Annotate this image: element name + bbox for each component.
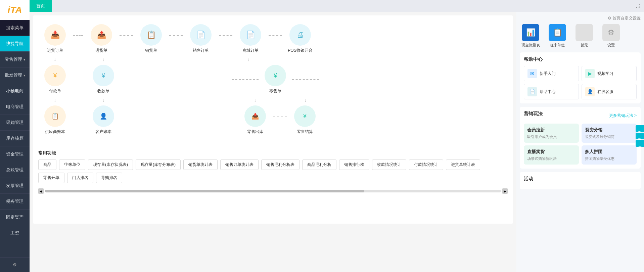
func-btn-零售开单[interactable]: 零售开单 xyxy=(38,173,64,183)
node-sales-order-icon: 📄 xyxy=(190,24,212,46)
tab-home[interactable]: 首页 xyxy=(30,0,52,12)
quick-icon-cash-flow[interactable]: 📊现金流量表 xyxy=(520,24,541,48)
scroll-left-btn[interactable]: ◀ xyxy=(38,188,44,194)
float-btn-2[interactable]: 桌面快捷 xyxy=(636,140,644,147)
help-item-beginner[interactable]: ✉新手入门 xyxy=(524,66,579,81)
func-btn-销售排行榜[interactable]: 销售排行榜 xyxy=(339,160,369,170)
marketing-card-fission[interactable]: 裂变分销裂变式发展分销商 xyxy=(582,124,637,143)
marketing-card-desc-fission: 裂变式发展分销商 xyxy=(585,134,633,139)
marketing-more-link[interactable]: 更多营销玩法 > xyxy=(609,113,637,119)
sidebar-item-inventory[interactable]: 库存核算 xyxy=(0,131,30,146)
node-pos[interactable]: 🖨 POS收银开台 xyxy=(283,24,317,53)
scroll-right-btn[interactable]: ▶ xyxy=(502,188,508,194)
quick-icon-label-none: 暂无 xyxy=(581,43,588,48)
sidebar-item-fixed-assets[interactable]: 固定资产 xyxy=(0,210,30,225)
func-btn-商品毛利分析[interactable]: 商品毛利分析 xyxy=(302,160,336,170)
marketing-section: 营销玩法 更多营销玩法 > 会员拉新吸引用户成为会员裂变分销裂变式发展分销商直播… xyxy=(520,107,641,169)
node-retail-outbound-label: 零售出库 xyxy=(247,129,263,135)
node-sales-order[interactable]: 📄 销售订单 xyxy=(184,24,218,53)
node-purchase-order[interactable]: 📥 进货订单 xyxy=(38,24,72,53)
func-btn-现存量(库存状况表)[interactable]: 现存量(库存状况表) xyxy=(88,160,133,170)
marketing-card-group[interactable]: 多人拼团拼团购物享受优惠 xyxy=(582,145,637,165)
node-retail-outbound[interactable]: 📤 零售出库 xyxy=(238,105,272,135)
sidebar-item-purchase-mgmt[interactable]: 采购管理 xyxy=(0,115,30,131)
quick-icon-contacts[interactable]: 📋往来单位 xyxy=(547,24,568,48)
down-arrow-receipt: ↓ xyxy=(87,97,120,103)
quick-icon-settings[interactable]: ⚙设置 xyxy=(600,24,622,48)
func-btn-销售毛利分析表[interactable]: 销售毛利分析表 xyxy=(261,160,300,170)
func-btn-往来单位[interactable]: 往来单位 xyxy=(59,160,85,170)
func-btn-进货单统计表[interactable]: 进货单统计表 xyxy=(446,160,480,170)
quick-icon-none[interactable]: 暂无 xyxy=(573,24,595,48)
node-retail-label: 零售单 xyxy=(269,88,281,94)
down-arrow-payment: ↓ xyxy=(38,97,72,103)
node-retail-settle[interactable]: ¥ 零售结算 xyxy=(288,105,322,135)
quick-icon-box-settings: ⚙ xyxy=(602,24,620,41)
down-arrow-mall-order: ↓ xyxy=(232,57,265,62)
sidebar-item-label-inventory: 库存核算 xyxy=(6,135,24,141)
sidebar-item-xiaochangec[interactable]: 小畅电商 xyxy=(0,83,30,99)
flow-col-sales-order: 📄 销售订单 xyxy=(184,24,218,53)
sidebar-item-invoice-mgmt[interactable]: 发票管理 xyxy=(0,178,30,194)
marketing-card-member[interactable]: 会员拉新吸引用户成为会员 xyxy=(524,124,579,143)
float-btn-0[interactable]: 客服热线 xyxy=(636,125,644,132)
scroll-thumb xyxy=(45,190,364,192)
quick-icon-box-none xyxy=(576,24,593,41)
float-buttons: 客服热线服务社区桌面快捷 xyxy=(636,125,644,147)
down-arrow-purchase-slip: ↓ xyxy=(87,57,120,62)
func-btn-现存量(库存分布表)[interactable]: 现存量(库存分布表) xyxy=(136,160,181,170)
help-center-title: 帮助中心 xyxy=(524,56,637,62)
sidebar-item-general-ledger[interactable]: 总账管理 xyxy=(0,162,30,178)
func-btn-门店排名[interactable]: 门店排名 xyxy=(67,173,93,183)
func-btn-导购排名[interactable]: 导购排名 xyxy=(96,173,122,183)
hp-customize-btn[interactable]: ⚙ 首页自定义设置 xyxy=(520,15,641,21)
sidebar-item-tax-mgmt[interactable]: 税务管理 xyxy=(0,194,30,210)
sidebar-item-salary[interactable]: 工资 xyxy=(0,225,30,241)
marketing-card-title-member: 会员拉新 xyxy=(527,127,576,133)
scroll-track[interactable] xyxy=(45,190,501,192)
node-receipt[interactable]: ¥ 收款单 xyxy=(87,65,120,94)
sidebar-item-retail-mgmt[interactable]: 零售管理▾ xyxy=(0,52,30,67)
arrow-1 xyxy=(73,35,83,36)
float-btn-1[interactable]: 服务社区 xyxy=(636,133,644,139)
sidebar-item-ecom-mgmt[interactable]: 电商管理 xyxy=(0,99,30,115)
marketing-card-live[interactable]: 直播卖货场景式购物新玩法 xyxy=(524,145,579,165)
expand-icon: ⛶ xyxy=(636,3,640,8)
node-retail-outbound-icon: 📤 xyxy=(244,105,266,127)
marketing-card-title-live: 直播卖货 xyxy=(527,149,576,155)
node-customer[interactable]: 👤 客户账本 xyxy=(87,105,120,135)
func-btn-收款情况统计[interactable]: 收款情况统计 xyxy=(372,160,406,170)
node-supplier[interactable]: 📋 供应商账本 xyxy=(38,105,72,135)
expand-button[interactable]: ⛶ xyxy=(632,0,644,12)
help-item-video[interactable]: ▶视频学习 xyxy=(582,66,637,81)
func-btn-付款情况统计[interactable]: 付款情况统计 xyxy=(409,160,443,170)
marketing-grid: 会员拉新吸引用户成为会员裂变分销裂变式发展分销商直播卖货场景式购物新玩法多人拼团… xyxy=(524,124,637,165)
search-menu-item[interactable]: 搜索菜单 xyxy=(0,20,30,36)
node-purchase-order-label: 进货订单 xyxy=(47,48,63,53)
help-label-beginner: 新手入门 xyxy=(540,71,556,77)
down-arrow-retail: ↓ xyxy=(238,97,272,103)
func-btn-商品[interactable]: 商品 xyxy=(38,160,56,170)
sidebar-item-finance-mgmt[interactable]: 资金管理 xyxy=(0,146,30,162)
down-arrow-retail2: ↓ xyxy=(289,97,322,103)
sidebar-item-wholesale-mgmt[interactable]: 批发管理▾ xyxy=(0,67,30,83)
node-customer-icon: 👤 xyxy=(93,105,114,127)
node-payment[interactable]: ¥ 付款单 xyxy=(38,65,72,94)
func-btn-销货单统计表[interactable]: 销货单统计表 xyxy=(183,160,218,170)
sidebar-settings[interactable]: ⚙ xyxy=(0,257,30,272)
node-purchase-slip[interactable]: 📤 进货单 xyxy=(85,24,118,53)
quick-icon-label-settings: 设置 xyxy=(607,43,615,48)
sidebar-item-quick-nav[interactable]: 快捷导航 xyxy=(0,36,30,52)
help-item-service[interactable]: 👤在线客服 xyxy=(582,84,637,99)
node-mall-order[interactable]: 📄 商城订单 xyxy=(234,24,267,53)
quick-icon-label-contacts: 往来单位 xyxy=(550,43,565,48)
node-retail[interactable]: ¥ 零售单 xyxy=(259,65,292,94)
node-retail-icon: ¥ xyxy=(265,65,286,86)
help-center-section: 帮助中心 ✉新手入门▶视频学习📄帮助中心👤在线客服 xyxy=(520,52,641,103)
help-item-help[interactable]: 📄帮助中心 xyxy=(524,84,579,99)
common-functions-title: 常用功能 xyxy=(38,150,508,156)
tab-home-label: 首页 xyxy=(36,3,45,9)
node-sales-slip[interactable]: 📋 销货单 xyxy=(134,24,168,53)
bottom-scrollbar[interactable]: ◀ ▶ xyxy=(38,188,508,194)
func-btn-销售订单统计表[interactable]: 销售订单统计表 xyxy=(220,160,259,170)
